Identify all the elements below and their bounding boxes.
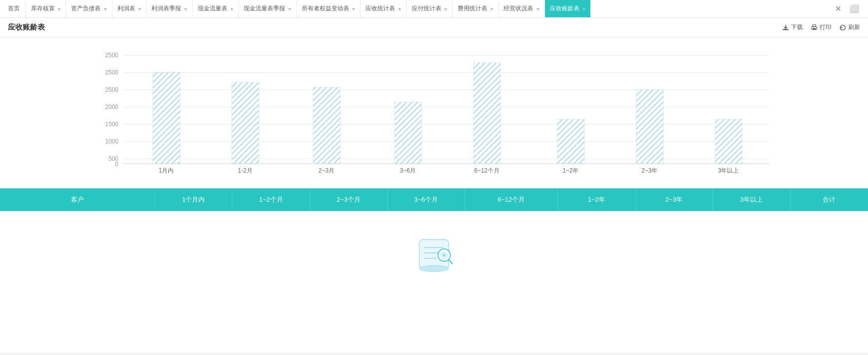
svg-text:2500: 2500 (105, 86, 118, 93)
svg-text:1500: 1500 (105, 121, 118, 128)
bar-2-3月 (313, 87, 340, 164)
tab-close-icon[interactable]: × (398, 6, 401, 12)
col-2-3year: 2~3年 (636, 188, 713, 211)
tab-inventory[interactable]: 库存核算 × (26, 0, 66, 18)
col-2-3month: 2~3个月 (310, 188, 388, 211)
col-customer: 客户 (0, 188, 155, 211)
bar-chart: 2500 2500 2500 2000 1500 1000 500 0 (10, 45, 858, 183)
bar-3-6月 (395, 102, 422, 164)
tab-home[interactable]: 首页 (2, 0, 26, 18)
bar-6-12月 (473, 63, 501, 164)
empty-document-icon (409, 231, 459, 275)
col-total: 合计 (791, 188, 868, 211)
tab-close-icon[interactable]: × (58, 6, 61, 12)
col-1month: 1个月内 (155, 188, 232, 211)
bar-1-2年 (557, 119, 584, 164)
tab-close-icon[interactable]: × (536, 6, 539, 12)
tab-label: 资产负债表 (71, 4, 101, 13)
download-button[interactable]: 下载 (782, 23, 803, 32)
tab-label: 应收账龄表 (550, 4, 579, 13)
bar-2-3年 (636, 90, 663, 164)
window-maximize-button[interactable]: ⬜ (846, 3, 862, 14)
main-content: 2500 2500 2500 2000 1500 1000 500 0 (0, 37, 868, 353)
tab-ar-aging[interactable]: 应收账龄表 × (545, 0, 591, 18)
tab-expense-stats[interactable]: 费用统计表 × (453, 0, 499, 18)
bar-1-2月 (232, 82, 259, 164)
tab-close-icon[interactable]: × (104, 6, 107, 12)
tab-equity[interactable]: 所有者权益变动表 × (297, 0, 361, 18)
tab-label: 库存核算 (31, 4, 55, 13)
chart-container: 2500 2500 2500 2000 1500 1000 500 0 (10, 45, 858, 183)
page-title: 应收账龄表 (8, 23, 45, 32)
tab-label: 经营状况表 (504, 4, 533, 13)
tab-label: 现金流量表季报 (244, 4, 285, 13)
chart-area: 2500 2500 2500 2000 1500 1000 500 0 (0, 37, 868, 188)
download-icon (782, 24, 789, 31)
svg-text:2500: 2500 (105, 52, 118, 59)
svg-text:2~3月: 2~3月 (319, 167, 334, 174)
tab-balance-sheet[interactable]: 资产负债表 × (66, 0, 112, 18)
empty-state (0, 211, 868, 285)
refresh-label: 刷新 (848, 23, 860, 32)
tab-close-icon[interactable]: × (288, 6, 291, 12)
window-controls: ✕ ⬜ (832, 3, 866, 14)
tab-ar-stats[interactable]: 应收统计表 × (361, 0, 406, 18)
tab-profit-quarterly[interactable]: 利润表季报 × (146, 0, 192, 18)
empty-icon (409, 231, 459, 275)
table-header: 客户 1个月内 1~2个月 2~3个月 3~6个月 6~12个月 1~2年 2~… (0, 188, 868, 211)
svg-text:6~12个月: 6~12个月 (474, 167, 499, 174)
print-icon (811, 24, 818, 31)
col-1-2month: 1~2个月 (232, 188, 310, 211)
svg-point-40 (443, 254, 445, 256)
tab-label: 利润表季报 (151, 4, 181, 13)
col-3year-plus: 3年以上 (713, 188, 791, 211)
tab-close-icon[interactable]: × (490, 6, 493, 12)
svg-rect-3 (813, 28, 816, 30)
tab-profit[interactable]: 利润表 × (112, 0, 146, 18)
download-label: 下载 (791, 23, 803, 32)
print-button[interactable]: 打印 (811, 23, 832, 32)
tab-label: 现金流量表 (198, 4, 227, 13)
svg-line-39 (449, 260, 452, 264)
col-1-2year: 1~2年 (558, 188, 635, 211)
tab-label: 利润表 (117, 4, 135, 13)
tab-close-icon[interactable]: × (352, 6, 355, 12)
tab-label: 应收统计表 (365, 4, 395, 13)
svg-text:1月内: 1月内 (159, 167, 174, 174)
tab-label: 所有者权益变动表 (302, 4, 349, 13)
tab-label: 应付统计表 (412, 4, 441, 13)
tab-close-icon[interactable]: × (444, 6, 447, 12)
tab-close-icon[interactable]: × (582, 6, 585, 12)
tab-label: 费用统计表 (458, 4, 487, 13)
tab-cashflow[interactable]: 现金流量表 × (193, 0, 239, 18)
page-header: 应收账龄表 下载 打印 刷新 (0, 18, 868, 37)
col-6-12month: 6~12个月 (465, 188, 558, 211)
svg-text:1000: 1000 (105, 138, 118, 145)
svg-text:3~6月: 3~6月 (400, 167, 416, 174)
tab-bar: 首页 库存核算 × 资产负债表 × 利润表 × 利润表季报 × 现金流量表 × … (0, 0, 868, 18)
print-label: 打印 (820, 23, 832, 32)
svg-text:3年以上: 3年以上 (718, 167, 739, 174)
tab-home-label: 首页 (8, 4, 20, 13)
window-close-button[interactable]: ✕ (832, 3, 844, 14)
tab-operation[interactable]: 经营状况表 × (499, 0, 544, 18)
refresh-icon (839, 24, 846, 31)
tab-cashflow-quarterly[interactable]: 现金流量表季报 × (239, 0, 296, 18)
tab-close-icon[interactable]: × (138, 6, 141, 12)
svg-text:1~2年: 1~2年 (563, 167, 579, 174)
bar-3年以上 (715, 119, 742, 164)
tab-ap-stats[interactable]: 应付统计表 × (407, 0, 453, 18)
svg-rect-2 (813, 25, 816, 27)
svg-rect-0 (783, 29, 789, 30)
tab-close-icon[interactable]: × (230, 6, 233, 12)
refresh-button[interactable]: 刷新 (839, 23, 860, 32)
svg-text:1-2月: 1-2月 (238, 167, 252, 174)
bar-1月内 (153, 72, 180, 164)
svg-text:2500: 2500 (105, 69, 118, 76)
svg-text:2000: 2000 (105, 104, 118, 110)
header-actions: 下载 打印 刷新 (782, 23, 860, 32)
svg-text:2~3年: 2~3年 (642, 167, 657, 174)
tab-close-icon[interactable]: × (184, 6, 187, 12)
col-3-6month: 3~6个月 (388, 188, 465, 211)
svg-text:0: 0 (115, 161, 118, 168)
